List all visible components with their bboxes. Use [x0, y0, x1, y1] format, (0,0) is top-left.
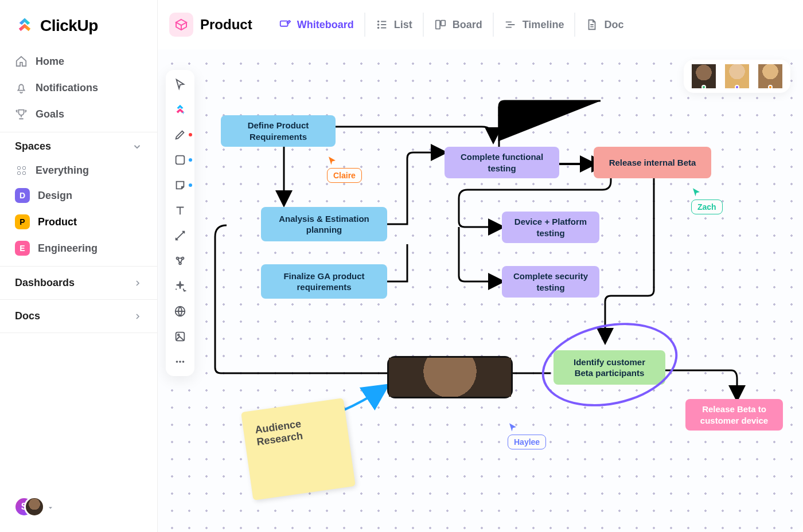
card-security[interactable]: Complete security testing — [502, 266, 599, 298]
space-product[interactable]: P Product — [10, 209, 147, 235]
whiteboard-icon — [279, 18, 291, 31]
nav-home[interactable]: Home — [10, 48, 147, 75]
brand-name: ClickUp — [40, 17, 98, 35]
view-label: Whiteboard — [297, 19, 354, 31]
doc-icon — [586, 18, 598, 31]
dashboards-section[interactable]: Dashboards — [0, 266, 157, 299]
clickup-logo-icon — [15, 16, 34, 36]
space-engineering[interactable]: E Engineering — [10, 235, 147, 261]
cursor-icon — [327, 155, 337, 166]
main: Product Whiteboard List Board Timeline — [158, 0, 803, 532]
remote-cursor-haylee: Haylee — [508, 422, 546, 449]
spaces-header[interactable]: Spaces — [0, 132, 157, 158]
persona-avatar — [474, 366, 497, 389]
svg-rect-4 — [435, 21, 439, 29]
connector-tool-icon[interactable] — [174, 229, 186, 242]
logo-row[interactable]: ClickUp — [0, 0, 157, 46]
view-timeline[interactable]: Timeline — [493, 13, 575, 37]
card-release-customer[interactable]: Release Beta to customer device — [685, 399, 783, 431]
presence-avatar[interactable] — [758, 64, 782, 88]
docs-section[interactable]: Docs — [0, 299, 157, 333]
space-chip[interactable]: Product — [162, 13, 259, 37]
sticky-text: Audience Research — [254, 418, 303, 448]
cursor-label: Zach — [691, 200, 723, 214]
svg-point-16 — [182, 361, 185, 363]
svg-point-14 — [176, 361, 178, 363]
svg-point-15 — [179, 361, 181, 363]
timeline-icon — [504, 18, 517, 31]
trophy-icon — [15, 108, 28, 120]
sticky-note[interactable]: Audience Research — [241, 398, 356, 500]
card-define[interactable]: Define Product Requirements — [221, 115, 336, 147]
link-tool-icon[interactable] — [174, 255, 186, 267]
svg-point-3 — [377, 28, 379, 29]
section-title: Spaces — [15, 140, 51, 152]
view-whiteboard[interactable]: Whiteboard — [268, 13, 364, 37]
svg-rect-7 — [176, 156, 185, 165]
chevron-down-icon — [132, 142, 142, 152]
shape-tool-icon[interactable] — [174, 154, 186, 166]
card-functional[interactable]: Complete functional testing — [445, 147, 559, 178]
presence-avatar[interactable] — [692, 64, 716, 88]
view-label: Board — [453, 19, 482, 31]
space-everything[interactable]: Everything — [10, 158, 147, 182]
view-label: Timeline — [523, 19, 564, 31]
persona-card[interactable]: Persona — [387, 356, 513, 398]
nav-group: Home Notifications Goals — [0, 46, 157, 132]
view-board[interactable]: Board — [423, 13, 493, 37]
nav-label: Notifications — [36, 82, 98, 94]
web-tool-icon[interactable] — [174, 305, 186, 318]
svg-rect-5 — [441, 21, 445, 26]
space-design[interactable]: D Design — [10, 182, 147, 209]
list-icon — [376, 18, 388, 31]
card-analysis[interactable]: Analysis & Estimation planning — [261, 207, 387, 241]
svg-text:+: + — [182, 110, 185, 116]
grid-icon — [15, 164, 28, 177]
section-title: Dashboards — [15, 277, 75, 289]
card-release-internal[interactable]: Release internal Beta — [594, 147, 711, 178]
space-name: Product — [200, 17, 252, 33]
view-list[interactable]: List — [364, 13, 423, 37]
home-icon — [15, 55, 28, 68]
card-finalize[interactable]: Finalize GA product requirements — [261, 264, 387, 299]
presence-avatar[interactable] — [725, 64, 749, 88]
chevron-right-icon — [133, 279, 142, 288]
svg-point-2 — [377, 24, 379, 25]
clickup-tool-icon[interactable]: + — [174, 103, 186, 116]
sidebar-footer[interactable]: S — [0, 484, 157, 532]
presence-bar[interactable] — [684, 60, 790, 93]
cursor-icon — [691, 187, 701, 197]
ai-tool-icon[interactable] — [174, 280, 186, 292]
whiteboard-canvas[interactable]: + — [158, 49, 803, 532]
more-tool-icon[interactable] — [174, 355, 186, 368]
user-avatar — [24, 496, 45, 517]
text-tool-icon[interactable] — [174, 204, 186, 217]
svg-point-9 — [182, 257, 184, 260]
view-doc[interactable]: Doc — [574, 13, 634, 37]
remote-cursor-claire: Claire — [327, 155, 362, 183]
nav-goals[interactable]: Goals — [10, 101, 147, 127]
board-icon — [434, 18, 447, 31]
card-device[interactable]: Device + Platform testing — [502, 212, 599, 243]
chevron-down-icon — [47, 504, 54, 511]
pen-tool-icon[interactable] — [174, 128, 186, 141]
user-avatar-stack[interactable]: S — [14, 496, 44, 519]
view-label: List — [394, 19, 412, 31]
bell-icon — [15, 81, 28, 94]
svg-point-1 — [377, 21, 379, 22]
views-tabs: Whiteboard List Board Timeline Doc — [268, 13, 634, 37]
box-icon — [169, 13, 193, 37]
sidebar: ClickUp Home Notifications Goals Spaces — [0, 0, 158, 532]
cursor-label: Claire — [327, 168, 362, 183]
space-badge: D — [15, 188, 30, 203]
cursor-tool-icon[interactable] — [174, 78, 186, 91]
sticky-tool-icon[interactable] — [174, 179, 186, 191]
image-tool-icon[interactable] — [174, 330, 186, 343]
svg-rect-0 — [280, 21, 287, 26]
whiteboard-toolbox: + — [166, 70, 194, 376]
topbar: Product Whiteboard List Board Timeline — [158, 0, 803, 49]
nav-notifications[interactable]: Notifications — [10, 75, 147, 101]
chevron-right-icon — [133, 312, 142, 321]
space-label: Design — [38, 190, 72, 202]
view-label: Doc — [604, 19, 623, 31]
